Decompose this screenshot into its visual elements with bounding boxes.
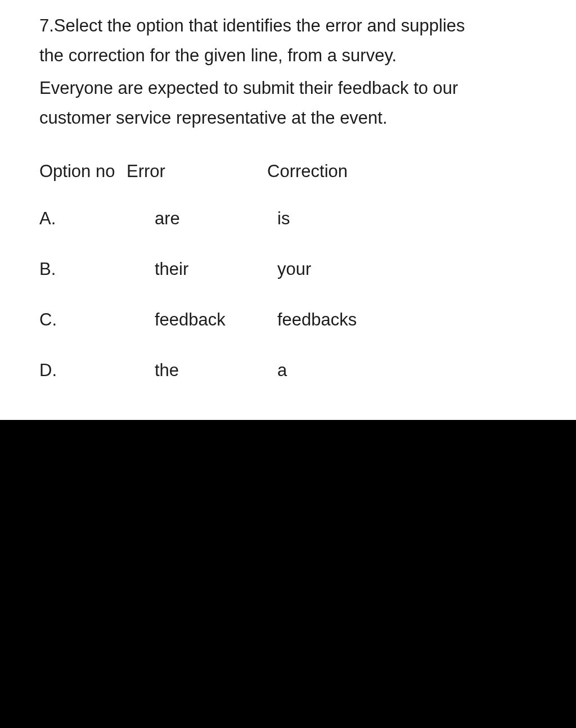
header-correction: Correction [267, 161, 407, 209]
question-prompt: 7.Select the option that identifies the … [39, 11, 537, 70]
prompt-text-1: Select the option that identifies the er… [54, 16, 465, 35]
question-page: 7.Select the option that identifies the … [0, 0, 576, 420]
cell-option: B. [39, 259, 127, 310]
prompt-text-2: the correction for the given line, from … [39, 46, 397, 65]
table-header-row: Option no Error Correction [39, 161, 407, 209]
table-row: D. the a [39, 360, 407, 397]
cell-error: their [127, 259, 267, 310]
sentence-text-2: customer service representative at the e… [39, 108, 388, 128]
cell-option: A. [39, 209, 127, 259]
cell-correction: feedbacks [267, 310, 407, 360]
question-number: 7. [39, 16, 54, 35]
table-row: B. their your [39, 259, 407, 310]
cell-correction: a [267, 360, 407, 397]
header-option: Option no [39, 161, 127, 209]
cell-error: are [127, 209, 267, 259]
cell-error: feedback [127, 310, 267, 360]
cell-correction: your [267, 259, 407, 310]
sentence-text-1: Everyone are expected to submit their fe… [39, 78, 458, 98]
options-table: Option no Error Correction A. are is B. … [39, 161, 407, 397]
question-sentence: Everyone are expected to submit their fe… [39, 74, 537, 133]
header-error: Error [127, 161, 267, 209]
table-row: C. feedback feedbacks [39, 310, 407, 360]
table-row: A. are is [39, 209, 407, 259]
cell-correction: is [267, 209, 407, 259]
cell-option: C. [39, 310, 127, 360]
cell-error: the [127, 360, 267, 397]
cell-option: D. [39, 360, 127, 397]
